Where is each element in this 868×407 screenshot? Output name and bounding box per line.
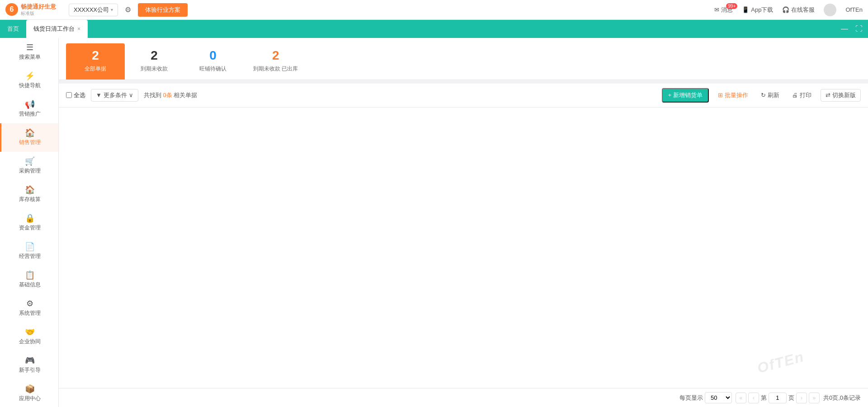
select-all-checkbox[interactable] <box>66 92 72 98</box>
sidebar-item-basic-info[interactable]: 📋 基础信息 <box>0 266 58 294</box>
guide-icon: 🎮 <box>25 356 35 365</box>
page-size-select: 每页显示 10 20 50 100 <box>679 392 732 403</box>
refresh-label: 刷新 <box>768 91 779 99</box>
sidebar-item-marketing[interactable]: 📢 营销推广 <box>0 95 58 123</box>
add-sales-order-button[interactable]: + 新增销货单 <box>662 88 709 103</box>
stat-all-number: 2 <box>92 48 99 63</box>
stat-card-pending[interactable]: 0 旺铺待确认 <box>184 43 242 80</box>
page-nav: « ‹ 第 页 › » <box>736 393 820 403</box>
logo-text: 畅捷通好生意 标准版 <box>21 3 56 17</box>
total-text: 共0页,0条记录 <box>823 394 861 402</box>
print-button[interactable]: 🖨 打印 <box>788 89 815 101</box>
content-area: 2 全部单据 2 到期未收款 0 旺铺待确认 2 到期未收款 已出库 全选 <box>59 38 868 407</box>
sidebar-item-inventory[interactable]: 🏠 库存核算 <box>0 180 58 209</box>
found-suffix: 相关单据 <box>174 92 197 98</box>
sidebar-item-system[interactable]: ⚙ 系统管理 <box>0 294 58 323</box>
sidebar-label-search-menu: 搜索菜单 <box>19 53 41 61</box>
tab-bar: 首页 钱货日清工作台 × — ⛶ <box>0 20 868 38</box>
sidebar-item-finance[interactable]: 🔒 资金管理 <box>0 209 58 237</box>
message-icon: ✉ <box>714 6 719 13</box>
close-tab-icon[interactable]: × <box>77 26 80 32</box>
first-page-button[interactable]: « <box>736 393 746 403</box>
sidebar-item-quick-nav[interactable]: ⚡ 快捷导航 <box>0 66 58 95</box>
headset-icon: 🎧 <box>782 6 789 13</box>
filter-button[interactable]: ▼ 更多条件 ∨ <box>91 89 138 102</box>
sidebar-label-quick-nav: 快捷导航 <box>19 82 41 89</box>
mobile-icon: 📱 <box>742 6 749 13</box>
stat-card-all[interactable]: 2 全部单据 <box>66 43 125 80</box>
logo-icon: 6 <box>5 3 18 16</box>
filter-arrow-icon: ∨ <box>129 92 133 98</box>
online-service-label: 在线客服 <box>791 6 815 14</box>
page-label-end: 页 <box>788 394 794 402</box>
sidebar-item-sales[interactable]: 🏠 销售管理 <box>0 123 58 152</box>
switch-label: 切换新版 <box>832 91 856 99</box>
per-page-label: 每页显示 <box>679 394 703 402</box>
last-page-button[interactable]: » <box>809 393 820 403</box>
settings-icon[interactable]: ⚙ <box>122 4 134 16</box>
top-header: 6 畅捷通好生意 标准版 XXXXXX公司 ▾ ⚙ 体验行业方案 ✉ 消息 99… <box>0 0 868 20</box>
avatar[interactable] <box>824 4 836 16</box>
sidebar-label-operations: 经营管理 <box>19 253 41 260</box>
select-all-label: 全选 <box>74 91 85 99</box>
sidebar-label-basic-info: 基础信息 <box>19 281 41 289</box>
select-all-area: 全选 <box>66 91 85 99</box>
tab-home[interactable]: 首页 <box>0 20 26 38</box>
page-input[interactable] <box>769 393 787 403</box>
per-page-dropdown[interactable]: 10 20 50 100 <box>705 392 732 403</box>
header-right: ✉ 消息 99+ 📱 App下载 🎧 在线客服 OfTEn <box>714 4 863 16</box>
header-left: 6 畅捷通好生意 标准版 XXXXXX公司 ▾ ⚙ 体验行业方案 <box>5 3 188 17</box>
stat-pending-label: 旺铺待确认 <box>199 65 226 73</box>
main-layout: ☰ 搜索菜单 ⚡ 快捷导航 📢 营销推广 🏠 销售管理 🛒 采购管理 🏠 库存核… <box>0 38 868 407</box>
tab-active[interactable]: 钱货日清工作台 × <box>26 20 88 38</box>
minimize-icon[interactable]: — <box>839 23 850 35</box>
message-badge: 99+ <box>726 3 737 9</box>
print-label: 打印 <box>800 91 811 99</box>
switch-version-button[interactable]: ⇄ 切换新版 <box>821 89 861 102</box>
batch-icon: ⊞ <box>718 92 723 98</box>
filter-icon: ▼ <box>96 92 102 98</box>
stat-card-out-stock[interactable]: 2 到期未收款 已出库 <box>242 43 309 80</box>
sidebar-label-sales: 销售管理 <box>19 139 41 146</box>
switch-icon: ⇄ <box>826 92 830 98</box>
print-icon: 🖨 <box>792 92 798 98</box>
tab-bar-actions: — ⛶ <box>839 23 868 35</box>
tab-home-label: 首页 <box>7 25 19 33</box>
refresh-button[interactable]: ↻ 刷新 <box>757 89 783 101</box>
message-action[interactable]: ✉ 消息 99+ <box>714 6 733 14</box>
brand-sub: 标准版 <box>21 10 56 16</box>
company-selector[interactable]: XXXXXX公司 ▾ <box>69 4 118 16</box>
maximize-icon[interactable]: ⛶ <box>854 23 864 35</box>
sidebar-item-operations[interactable]: 📄 经营管理 <box>0 237 58 266</box>
sidebar-item-purchase[interactable]: 🛒 采购管理 <box>0 152 58 180</box>
sidebar-label-purchase: 采购管理 <box>19 167 41 175</box>
chevron-down-icon: ▾ <box>111 7 113 12</box>
trial-button[interactable]: 体验行业方案 <box>138 3 188 17</box>
sidebar-label-inventory: 库存核算 <box>19 196 41 203</box>
sidebar-item-guide[interactable]: 🎮 新手引导 <box>0 351 58 379</box>
sidebar: ☰ 搜索菜单 ⚡ 快捷导航 📢 营销推广 🏠 销售管理 🛒 采购管理 🏠 库存核… <box>0 38 59 407</box>
stat-card-overdue[interactable]: 2 到期未收款 <box>125 43 184 80</box>
sales-icon: 🏠 <box>25 129 35 137</box>
online-service-action[interactable]: 🎧 在线客服 <box>782 6 815 14</box>
stat-overdue-label: 到期未收款 <box>141 65 168 73</box>
found-count: 0条 <box>163 92 172 98</box>
sidebar-item-app-center[interactable]: 📦 应用中心 <box>0 379 58 407</box>
avatar-name[interactable]: OfTEn <box>845 6 863 13</box>
sidebar-label-marketing: 营销推广 <box>19 110 41 118</box>
empty-placeholder <box>59 108 868 388</box>
marketing-icon: 📢 <box>25 100 35 108</box>
batch-operation-button[interactable]: ⊞ 批量操作 <box>714 89 752 101</box>
toolbar: 全选 ▼ 更多条件 ∨ 共找到 0条 相关单据 + 新增销货单 ⊞ 批量操作 ↻ <box>59 84 868 108</box>
found-text: 共找到 0条 相关单据 <box>144 91 197 99</box>
prev-page-button[interactable]: ‹ <box>748 393 759 403</box>
sidebar-item-search-menu[interactable]: ☰ 搜索菜单 <box>0 38 58 66</box>
sidebar-item-cooperation[interactable]: 🤝 企业协同 <box>0 323 58 351</box>
next-page-button[interactable]: › <box>796 393 807 403</box>
toolbar-right: + 新增销货单 ⊞ 批量操作 ↻ 刷新 🖨 打印 ⇄ 切换新版 <box>662 88 861 103</box>
found-prefix: 共找到 <box>144 92 161 98</box>
operations-icon: 📄 <box>25 243 35 251</box>
logo-area: 6 畅捷通好生意 标准版 <box>5 3 56 17</box>
app-download-action[interactable]: 📱 App下载 <box>742 6 773 14</box>
cooperation-icon: 🤝 <box>25 328 35 336</box>
